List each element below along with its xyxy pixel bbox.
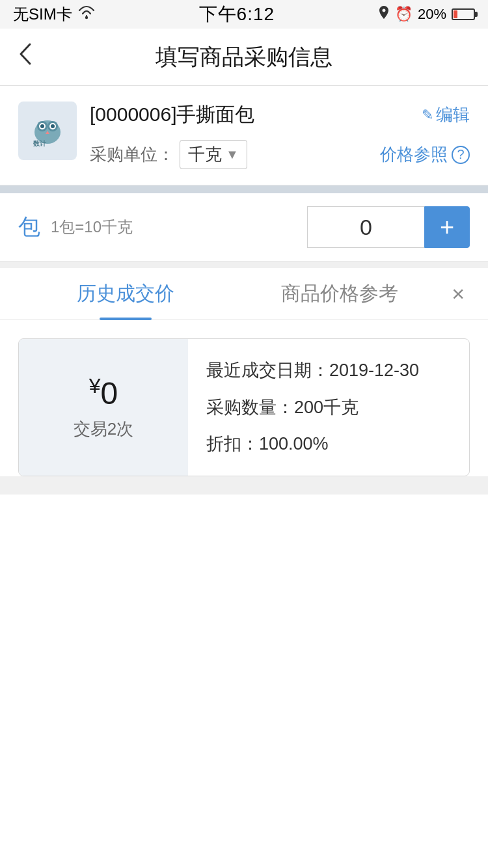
quantity-input-group: + [307, 206, 470, 248]
history-card: ¥0 交易2次 最近成交日期：2019-12-30 采购数量：200千克 折扣：… [18, 338, 470, 476]
tab-history-price[interactable]: 历史成交价 [18, 268, 232, 320]
discount-value: 100.00% [259, 434, 329, 454]
discount-label: 折扣： [206, 434, 259, 454]
tabs-header: 历史成交价 商品价格参考 × [0, 268, 488, 320]
nav-bar: 填写商品采购信息 [0, 29, 488, 86]
date-label: 最近成交日期： [206, 360, 329, 380]
history-detail-section: 最近成交日期：2019-12-30 采购数量：200千克 折扣：100.00% [188, 339, 469, 476]
wifi-icon [77, 5, 96, 23]
status-time: 下午6:12 [199, 2, 275, 27]
currency-symbol: ¥ [89, 374, 101, 398]
empty-content-area [0, 495, 488, 869]
history-trades-count: 交易2次 [74, 418, 133, 441]
quantity-unit-info: 包 1包=10千克 [18, 212, 133, 242]
product-name-row: [0000006]手撕面包 ✎ 编辑 [90, 102, 470, 128]
svg-point-7 [51, 124, 55, 128]
status-right: ⏰ 20% [378, 5, 475, 23]
scroll-indicator [0, 185, 488, 193]
tab-close-button[interactable]: × [446, 281, 470, 306]
product-name-text: 手撕面包 [176, 103, 254, 125]
tabs-panel: 历史成交价 商品价格参考 × ¥0 交易2次 最近成交日期：2019-12-30… [0, 268, 488, 476]
price-ref-button[interactable]: 价格参照 ? [380, 143, 470, 166]
price-number: 0 [101, 376, 118, 411]
battery-icon [452, 8, 475, 20]
unit-hint: 1包=10千克 [51, 217, 133, 237]
history-price-value: ¥0 [89, 374, 118, 411]
close-icon: × [452, 281, 465, 306]
plus-icon: + [440, 213, 454, 241]
history-date-row: 最近成交日期：2019-12-30 [206, 357, 451, 384]
unit-select[interactable]: 千克 ▼ [180, 140, 247, 169]
date-value: 2019-12-30 [329, 360, 419, 380]
product-info: [0000006]手撕面包 ✎ 编辑 采购单位： 千克 ▼ 价格参照 ? [90, 102, 470, 169]
status-bar: 无SIM卡 下午6:12 ⏰ 20% [0, 0, 488, 29]
product-owl-logo: 数计 [28, 109, 67, 152]
page-title: 填写商品采购信息 [156, 42, 332, 72]
location-icon [378, 5, 390, 23]
unit-arrow-icon: ▼ [226, 147, 239, 162]
quantity-row: 包 1包=10千克 + [0, 193, 488, 262]
history-quantity-row: 采购数量：200千克 [206, 394, 451, 421]
product-thumbnail: 数计 [18, 102, 77, 160]
history-discount-row: 折扣：100.00% [206, 431, 451, 457]
svg-point-0 [85, 16, 87, 19]
product-card: 数计 [0000006]手撕面包 ✎ 编辑 采购单位： 千克 ▼ 价格参照 [0, 86, 488, 185]
battery-percent: 20% [418, 6, 446, 23]
no-sim-text: 无SIM卡 [13, 4, 72, 25]
status-carrier: 无SIM卡 [13, 4, 96, 25]
edit-button[interactable]: ✎ 编辑 [422, 103, 470, 126]
tab-price-reference[interactable]: 商品价格参考 [232, 268, 446, 320]
unit-row: 采购单位： 千克 ▼ 价格参照 ? [90, 140, 470, 169]
edit-label: 编辑 [436, 103, 470, 126]
product-name: [0000006]手撕面包 [90, 102, 254, 128]
quantity-value: 200千克 [294, 398, 359, 417]
alarm-icon: ⏰ [395, 6, 413, 23]
price-ref-label: 价格参照 [380, 143, 448, 166]
quantity-label: 采购数量： [206, 398, 294, 417]
unit-badge: 包 [18, 212, 40, 242]
history-price-section: ¥0 交易2次 [19, 339, 188, 476]
product-id: [0000006] [90, 103, 176, 125]
help-icon: ? [452, 146, 470, 164]
unit-label: 采购单位： [90, 143, 174, 166]
tab1-label: 历史成交价 [77, 280, 174, 307]
tab2-label: 商品价格参考 [281, 280, 398, 307]
edit-icon: ✎ [422, 107, 433, 124]
quantity-plus-button[interactable]: + [424, 206, 470, 248]
quantity-input[interactable] [307, 206, 424, 248]
svg-point-6 [40, 124, 44, 128]
unit-value: 千克 [188, 143, 222, 166]
svg-text:数计: 数计 [33, 140, 47, 147]
back-button[interactable] [18, 42, 33, 72]
